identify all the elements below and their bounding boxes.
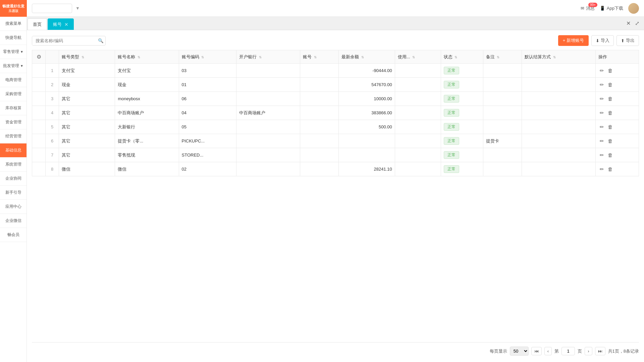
col-usage[interactable]: 使用... ⇅ (395, 50, 441, 64)
delete-button[interactable]: 🗑 (606, 123, 614, 130)
page-input[interactable] (561, 347, 575, 355)
row-default-payment (522, 134, 595, 148)
sidebar-item-operations-mgmt[interactable]: 经营管理 (0, 129, 26, 143)
last-page-button[interactable]: ⏭ (595, 347, 605, 355)
tab-account[interactable]: 账号 ✕ (48, 18, 74, 30)
row-account-name: moneybosx (115, 92, 179, 106)
sidebar-item-enterprise-agreement[interactable]: 企业协同 (0, 172, 26, 186)
edit-button[interactable]: ✏ (598, 109, 605, 117)
sidebar-item-system-mgmt[interactable]: 系统管理 (0, 158, 26, 172)
user-avatar[interactable] (628, 3, 639, 14)
col-remark[interactable]: 备注 ⇅ (483, 50, 522, 64)
row-actions: ✏ 🗑 (595, 148, 639, 162)
phone-icon: 📱 (600, 6, 605, 11)
row-remark (483, 78, 522, 92)
delete-button[interactable]: 🗑 (606, 67, 614, 74)
delete-button[interactable]: 🗑 (606, 95, 614, 102)
col-status[interactable]: 状态 ⇅ (441, 50, 483, 64)
row-usage (395, 92, 441, 106)
sidebar-item-inventory-check[interactable]: 库存核算 (0, 101, 26, 115)
row-num: 7 (46, 148, 59, 162)
pagination: 每页显示 50 100 ⏮ ‹ 第 页 › ⏭ 共1页，8条记录 (32, 342, 639, 357)
header-left: ▼ (32, 4, 80, 13)
row-status: 正常 (441, 134, 483, 148)
sidebar-item-quick-nav[interactable]: 快捷导航 (0, 31, 26, 45)
sidebar-item-purchase-mgmt[interactable]: 采购管理 (0, 87, 26, 101)
add-account-button[interactable]: + 新增账号 (558, 35, 589, 46)
top-search-input[interactable] (32, 4, 72, 13)
delete-button[interactable]: 🗑 (606, 152, 614, 159)
row-actions: ✏ 🗑 (595, 120, 639, 134)
row-account-code: 03 (179, 64, 236, 78)
tab-home-label: 首页 (33, 21, 42, 27)
sidebar-item-finance-mgmt[interactable]: 资金管理 (0, 115, 26, 129)
table-row: 8 微信 微信 02 28241.10 正常 ✏ 🗑 (32, 162, 639, 176)
messages-button[interactable]: ✉ 消息 99+ (581, 5, 595, 11)
row-default-payment (522, 92, 595, 106)
sidebar-item-app-center[interactable]: 应用中心 (0, 200, 26, 214)
search-button[interactable]: 🔍 (95, 36, 106, 45)
edit-button[interactable]: ✏ (598, 67, 605, 74)
table-header-row: ⚙ 账号类型 ⇅ 账号名称 ⇅ 账号编码 ⇅ (32, 50, 639, 64)
edit-button[interactable]: ✏ (598, 81, 605, 88)
sort-icon: ⇅ (361, 55, 364, 59)
maximize-window-btn[interactable]: ⤢ (634, 19, 641, 28)
row-num: 5 (46, 120, 59, 134)
row-actions: ✏ 🗑 (595, 64, 639, 78)
tab-home[interactable]: 首页 (28, 18, 47, 30)
sidebar-item-wholesale-mgmt[interactable]: 批发管理 ▼ (0, 59, 26, 73)
col-default-payment[interactable]: 默认结算方式 ⇅ (522, 50, 595, 64)
row-latest-balance: 500.00 (339, 120, 395, 134)
sidebar-item-retail-mgmt[interactable]: 零售管理 ▼ (0, 45, 26, 59)
edit-button[interactable]: ✏ (598, 95, 605, 103)
edit-button[interactable]: ✏ (598, 123, 605, 131)
sidebar-item-member[interactable]: 畅会员 (0, 228, 26, 242)
row-default-payment (522, 64, 595, 78)
app-download-button[interactable]: 📱 App下载 (600, 5, 623, 11)
table-row: 1 支付宝 支付宝 03 -90444.00 正常 ✏ 🗑 (32, 64, 639, 78)
col-num (46, 50, 59, 64)
import-button[interactable]: ⬇ 导入 (591, 35, 614, 46)
sidebar-item-search-menu[interactable]: 搜索菜单 (0, 17, 26, 31)
col-account-name[interactable]: 账号名称 ⇅ (115, 50, 179, 64)
edit-button[interactable]: ✏ (598, 166, 605, 173)
total-label: 共1页，8条记录 (608, 348, 639, 354)
delete-button[interactable]: 🗑 (606, 81, 614, 88)
chevron-down-icon: ▼ (20, 50, 23, 54)
sidebar-item-ecommerce-mgmt[interactable]: 电商管理 (0, 73, 26, 87)
row-account-code: 06 (179, 92, 236, 106)
table-row: 4 其它 中百商场账户 04 中百商场账户 383866.00 正常 ✏ 🗑 (32, 106, 639, 120)
row-settings (32, 106, 46, 120)
close-window-btn[interactable]: ✕ (625, 19, 632, 28)
delete-button[interactable]: 🗑 (606, 137, 614, 144)
delete-button[interactable]: 🗑 (606, 166, 614, 173)
row-account-no (300, 64, 339, 78)
first-page-button[interactable]: ⏮ (531, 347, 542, 355)
prev-page-button[interactable]: ‹ (544, 347, 552, 355)
search-input[interactable] (32, 36, 95, 45)
row-latest-balance: 547670.00 (339, 78, 395, 92)
row-account-code: 02 (179, 162, 236, 176)
per-page-select[interactable]: 50 100 (510, 347, 529, 356)
sidebar-item-enterprise-wechat[interactable]: 企业微信 (0, 214, 26, 228)
row-account-no (300, 78, 339, 92)
col-account-no[interactable]: 账号 ⇅ (300, 50, 339, 64)
row-remark: 提货卡 (483, 134, 522, 148)
sidebar-item-basic-info[interactable]: 基础信息 (0, 143, 26, 158)
tab-close-icon[interactable]: ✕ (64, 22, 68, 27)
col-account-code[interactable]: 账号编码 ⇅ (179, 50, 236, 64)
export-button[interactable]: ⬆ 导出 (616, 35, 639, 46)
next-page-button[interactable]: › (585, 347, 592, 355)
delete-button[interactable]: 🗑 (606, 109, 614, 116)
col-settings[interactable]: ⚙ (32, 50, 46, 64)
settings-icon[interactable]: ⚙ (37, 54, 41, 60)
edit-button[interactable]: ✏ (598, 152, 605, 159)
col-latest-balance[interactable]: 最新余额 ⇅ (339, 50, 395, 64)
col-bank[interactable]: 开户银行 ⇅ (236, 50, 300, 64)
row-num: 2 (46, 78, 59, 92)
row-account-name: 中百商场账户 (115, 106, 179, 120)
col-account-type[interactable]: 账号类型 ⇅ (59, 50, 115, 64)
row-account-no (300, 134, 339, 148)
edit-button[interactable]: ✏ (598, 137, 605, 145)
sidebar-item-newbie-guide[interactable]: 新手引导 (0, 186, 26, 200)
